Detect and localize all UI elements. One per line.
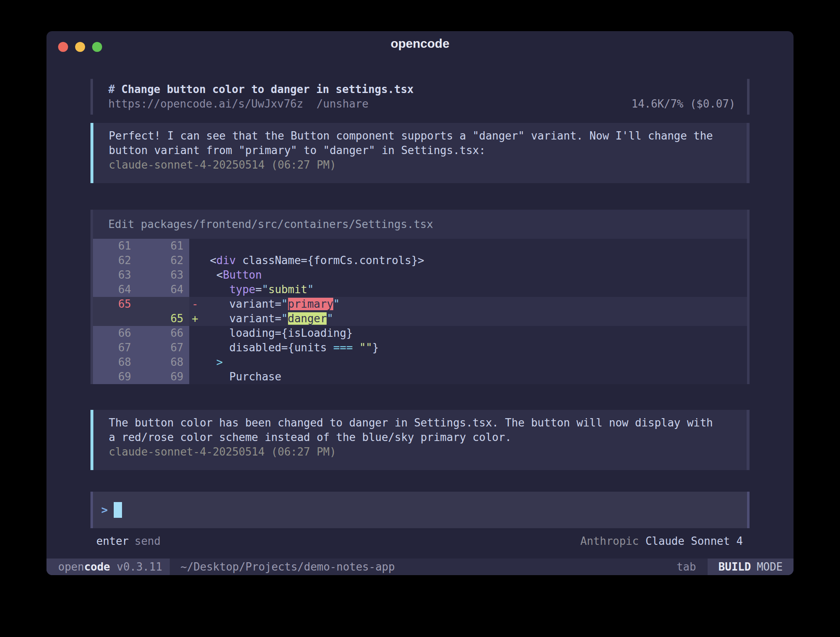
code-token: "" [359,341,372,354]
diff-code-line: <Button [203,268,747,282]
code-token: disabled={units [203,341,333,354]
unshare-command[interactable]: /unshare [317,97,369,111]
code-token: } [372,341,379,354]
diff-row: 6464 type="submit" [93,282,747,297]
message-meta: claude-sonnet-4-20250514 (06:27 PM) [109,158,735,172]
code-token [203,283,230,296]
line-number-old: 61 [93,239,137,253]
diff-change-marker [189,282,203,297]
line-number-old: 68 [93,355,137,370]
minimize-button[interactable] [75,42,85,52]
diff-code-line: disabled={units === ""} [203,341,747,355]
mode-toggle-chip[interactable]: BUILDMODE [708,559,794,575]
opencode-window: opencode # Change button color to danger… [46,31,794,575]
diff-change-marker [189,370,203,384]
tab-key-hint: tab [676,561,696,573]
enter-key-hint: enter [96,535,129,547]
traffic-lights [58,42,102,52]
title-bar[interactable]: opencode [46,31,794,56]
diff-code-line: > [203,355,747,370]
code-token: Purchase [203,370,281,383]
code-token: " [281,312,288,325]
diff-change-marker [189,326,203,341]
line-number-old: 62 [93,253,137,268]
desktop-background: opencode # Change button color to danger… [0,0,840,637]
code-token: " [262,283,269,296]
share-url[interactable]: https://opencode.ai/s/UwJxv76z [108,97,303,111]
model-indicator: AnthropicClaude Sonnet 4 [580,534,743,549]
code-token [353,341,359,354]
diff-change-marker [189,239,203,253]
status-bar: opencodev0.3.11 ~/Desktop/Projects/demo-… [46,559,794,575]
code-token: " [333,298,340,310]
line-number-new: 69 [137,370,189,384]
line-number-new: 67 [137,341,189,355]
diff-row: 6666 loading={isLoading} [93,326,747,341]
code-token: variant= [203,298,281,310]
line-number-new: 62 [137,253,189,268]
app-name-code: code [84,561,110,573]
code-token: " [307,283,314,296]
line-number-old: 65 [93,297,137,311]
diff-change-marker [189,268,203,282]
provider-name: Anthropic [580,535,639,547]
diff-row: 6262 <div className={formCs.controls}> [93,253,747,268]
line-number-new: 64 [137,282,189,297]
line-number-old: 66 [93,326,137,341]
line-number-new [137,297,189,311]
code-token: = [255,283,262,296]
send-label: send [134,535,161,547]
line-number-new: 68 [137,355,189,370]
diff-change-marker: - [189,297,203,311]
code-token: < [203,254,216,267]
zoom-button[interactable] [92,42,102,52]
diff-row: 6363 <Button [93,268,747,282]
diff-row: 65- variant="primary" [93,297,747,311]
session-content: # Change button color to danger in setti… [46,79,794,549]
diff-code-line: variant="danger" [203,311,747,326]
diff-code-line [203,239,747,253]
diff-code-line: loading={isLoading} [203,326,747,341]
message-meta: claude-sonnet-4-20250514 (06:27 PM) [109,445,735,459]
diff-code-line: variant="primary" [203,297,747,311]
app-name-open: open [58,561,84,573]
model-name: Claude Sonnet 4 [645,535,743,547]
session-subheader: https://opencode.ai/s/UwJxv76z /unshare … [108,97,735,111]
session-title: # Change button color to danger in setti… [108,82,735,97]
code-token: Button [223,269,262,281]
code-token: className={formCs.controls}> [236,254,424,267]
assistant-message: The button color has been changed to dan… [90,410,750,470]
diff-row: 6767 disabled={units === ""} [93,341,747,355]
line-number-old [93,311,137,326]
line-number-new: 61 [137,239,189,253]
close-button[interactable] [58,42,68,52]
diff-rows: 61616262 <div className={formCs.controls… [93,239,747,384]
app-version: v0.3.11 [117,561,162,573]
diff-change-marker [189,341,203,355]
code-token: < [203,269,223,281]
assistant-message: Perfect! I can see that the Button compo… [90,123,750,183]
code-token: div [216,254,236,267]
code-token: primary [288,298,334,310]
diff-title: Edit packages/frontend/src/containers/Se… [93,210,747,239]
prompt-symbol: > [101,504,108,516]
working-directory: ~/Desktop/Projects/demo-notes-app [181,561,395,573]
line-number-new: 66 [137,326,189,341]
diff-code-line: Purchase [203,370,747,384]
diff-code-line: type="submit" [203,282,747,297]
send-hint: entersend [96,534,161,549]
diff-row: 6161 [93,239,747,253]
text-cursor [114,502,122,518]
code-token: " [281,298,288,310]
code-token: danger [288,312,327,325]
diff-row: 65+ variant="danger" [93,311,747,326]
diff-change-marker [189,355,203,370]
code-token: submit [269,283,308,296]
diff-change-marker [189,253,203,268]
code-token: " [327,312,333,325]
diff-row: 6868 > [93,355,747,370]
prompt-input[interactable]: > [90,492,750,528]
diff-row: 6969 Purchase [93,370,747,384]
line-number-new: 63 [137,268,189,282]
message-text: Perfect! I can see that the Button compo… [109,129,720,158]
